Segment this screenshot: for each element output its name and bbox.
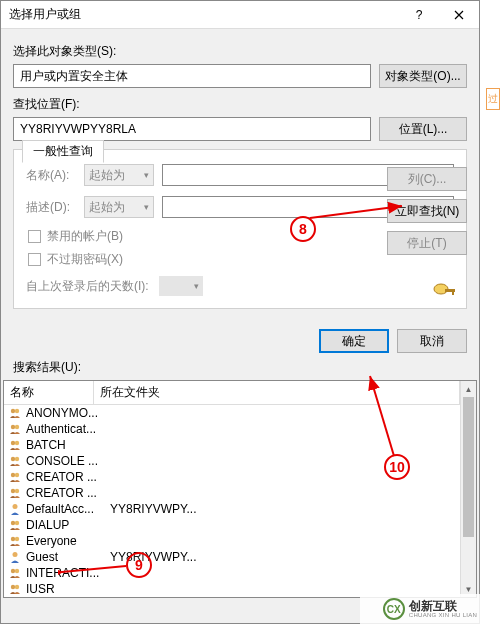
tab-general-query[interactable]: 一般性查询 bbox=[22, 140, 104, 163]
table-row[interactable]: GuestYY8RIYVWPY... bbox=[4, 549, 460, 565]
results-scrollbar[interactable]: ▲ ▼ bbox=[460, 381, 476, 597]
scroll-up-arrow[interactable]: ▲ bbox=[461, 381, 476, 397]
svg-point-10 bbox=[15, 457, 19, 461]
table-row[interactable]: CONSOLE ... bbox=[4, 453, 460, 469]
table-row[interactable]: DIALUP bbox=[4, 517, 460, 533]
scroll-thumb[interactable] bbox=[463, 397, 474, 537]
name-label: 名称(A): bbox=[26, 167, 76, 184]
stop-button[interactable]: 停止(T) bbox=[387, 231, 467, 255]
password-never-expires-checkbox[interactable] bbox=[28, 253, 41, 266]
table-row[interactable]: INTERACTI... bbox=[4, 565, 460, 581]
svg-point-7 bbox=[11, 441, 15, 445]
table-row[interactable]: CREATOR ... bbox=[4, 469, 460, 485]
select-user-group-dialog: 选择用户或组 ? 选择此对象类型(S): 对象类型(O)... 查找位置(F):… bbox=[0, 0, 480, 624]
group-icon bbox=[8, 582, 22, 596]
svg-point-21 bbox=[11, 569, 15, 573]
row-name: DefaultAcc... bbox=[26, 502, 106, 516]
object-type-label: 选择此对象类型(S): bbox=[13, 43, 467, 60]
disabled-accounts-label: 禁用的帐户(B) bbox=[47, 228, 123, 245]
results-listview: 名称 所在文件夹 ANONYMO...Authenticat...BATCHCO… bbox=[3, 380, 477, 598]
svg-point-12 bbox=[15, 473, 19, 477]
svg-point-17 bbox=[15, 521, 19, 525]
column-folder[interactable]: 所在文件夹 bbox=[94, 381, 460, 404]
results-list[interactable]: ANONYMO...Authenticat...BATCHCONSOLE ...… bbox=[4, 405, 460, 597]
row-name: INTERACTI... bbox=[26, 566, 106, 580]
table-row[interactable]: BATCH bbox=[4, 437, 460, 453]
svg-point-9 bbox=[11, 457, 15, 461]
svg-point-3 bbox=[11, 409, 15, 413]
table-row[interactable]: Authenticat... bbox=[4, 421, 460, 437]
table-row[interactable]: ANONYMO... bbox=[4, 405, 460, 421]
location-label: 查找位置(F): bbox=[13, 96, 467, 113]
svg-point-20 bbox=[13, 552, 18, 557]
group-icon bbox=[8, 470, 22, 484]
results-header: 名称 所在文件夹 bbox=[4, 381, 460, 405]
disabled-accounts-checkbox[interactable] bbox=[28, 230, 41, 243]
object-types-button[interactable]: 对象类型(O)... bbox=[379, 64, 467, 88]
window-title: 选择用户或组 bbox=[9, 6, 81, 23]
svg-point-13 bbox=[11, 489, 15, 493]
svg-point-18 bbox=[11, 537, 15, 541]
table-row[interactable]: DefaultAcc...YY8RIYVWPY... bbox=[4, 501, 460, 517]
row-name: BATCH bbox=[26, 438, 106, 452]
watermark-cn: 创新互联 bbox=[409, 600, 477, 612]
svg-point-24 bbox=[15, 585, 19, 589]
group-icon bbox=[8, 566, 22, 580]
close-button[interactable] bbox=[439, 1, 479, 29]
group-icon bbox=[8, 406, 22, 420]
row-name: Everyone bbox=[26, 534, 106, 548]
svg-point-19 bbox=[15, 537, 19, 541]
locations-button[interactable]: 位置(L)... bbox=[379, 117, 467, 141]
group-icon bbox=[8, 518, 22, 532]
titlebar: 选择用户或组 ? bbox=[1, 1, 479, 29]
user-icon bbox=[8, 550, 22, 564]
svg-point-16 bbox=[11, 521, 15, 525]
row-name: CONSOLE ... bbox=[26, 454, 106, 468]
svg-point-23 bbox=[11, 585, 15, 589]
svg-rect-2 bbox=[452, 289, 454, 295]
help-button[interactable]: ? bbox=[399, 1, 439, 29]
dialog-buttons: 确定 取消 bbox=[1, 319, 479, 359]
close-icon bbox=[454, 10, 464, 20]
row-folder: YY8RIYVWPY... bbox=[110, 502, 456, 516]
days-combo[interactable]: ▾ bbox=[159, 276, 203, 296]
row-name: CREATOR ... bbox=[26, 486, 106, 500]
watermark-en: CHUANG XIN HU LIAN bbox=[409, 612, 477, 618]
svg-point-8 bbox=[15, 441, 19, 445]
svg-point-15 bbox=[13, 504, 18, 509]
object-type-field[interactable] bbox=[13, 64, 371, 88]
cancel-button[interactable]: 取消 bbox=[397, 329, 467, 353]
svg-point-5 bbox=[11, 425, 15, 429]
row-name: Guest bbox=[26, 550, 106, 564]
svg-point-11 bbox=[11, 473, 15, 477]
row-name: ANONYMO... bbox=[26, 406, 106, 420]
table-row[interactable]: CREATOR ... bbox=[4, 485, 460, 501]
user-icon bbox=[8, 502, 22, 516]
group-icon bbox=[8, 534, 22, 548]
group-icon bbox=[8, 486, 22, 500]
table-row[interactable]: Everyone bbox=[4, 533, 460, 549]
columns-button[interactable]: 列(C)... bbox=[387, 167, 467, 191]
group-icon bbox=[8, 422, 22, 436]
desc-label: 描述(D): bbox=[26, 199, 76, 216]
password-never-expires-label: 不过期密码(X) bbox=[47, 251, 123, 268]
right-button-column: 列(C)... 立即查找(N) 停止(T) bbox=[387, 167, 467, 255]
results-label: 搜索结果(U): bbox=[1, 359, 479, 380]
search-keys-icon bbox=[431, 279, 459, 301]
desc-match-combo[interactable]: 起始为 ▾ bbox=[84, 196, 154, 218]
group-icon bbox=[8, 454, 22, 468]
window-controls: ? bbox=[399, 1, 479, 29]
find-now-button[interactable]: 立即查找(N) bbox=[387, 199, 467, 223]
location-field[interactable] bbox=[13, 117, 371, 141]
name-match-combo[interactable]: 起始为 ▾ bbox=[84, 164, 154, 186]
days-since-label: 自上次登录后的天数(I): bbox=[26, 278, 149, 295]
watermark: CX 创新互联 CHUANG XIN HU LIAN bbox=[360, 594, 500, 624]
svg-point-4 bbox=[15, 409, 19, 413]
svg-point-6 bbox=[15, 425, 19, 429]
svg-point-22 bbox=[15, 569, 19, 573]
row-folder: YY8RIYVWPY... bbox=[110, 550, 456, 564]
ok-button[interactable]: 确定 bbox=[319, 329, 389, 353]
svg-point-14 bbox=[15, 489, 19, 493]
column-name[interactable]: 名称 bbox=[4, 381, 94, 404]
row-name: CREATOR ... bbox=[26, 470, 106, 484]
